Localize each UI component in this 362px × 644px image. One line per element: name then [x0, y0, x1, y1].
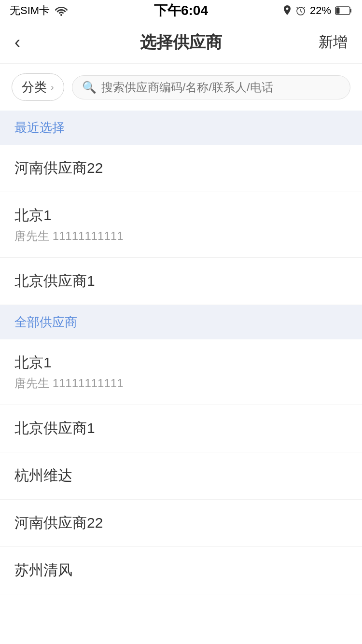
- recent-list: 河南供应商22北京1唐先生 11111111111北京供应商1: [0, 145, 362, 305]
- recent-section-header: 最近选择: [0, 111, 362, 145]
- item-sub: 唐先生 11111111111: [14, 228, 348, 244]
- list-item[interactable]: 河南供应商22: [0, 500, 362, 547]
- category-label: 分类: [22, 79, 47, 96]
- all-list: 北京1唐先生 11111111111北京供应商1杭州维达河南供应商22苏州清风: [0, 339, 362, 594]
- list-item[interactable]: 北京供应商1: [0, 405, 362, 452]
- item-name: 河南供应商22: [14, 513, 348, 533]
- svg-rect-2: [336, 8, 340, 14]
- item-name: 杭州维达: [14, 466, 348, 486]
- item-sub: 唐先生 11111111111: [14, 376, 348, 391]
- recent-section-title: 最近选择: [14, 120, 65, 135]
- item-name: 苏州清风: [14, 560, 348, 580]
- battery-icon: [335, 6, 352, 15]
- list-item[interactable]: 杭州维达: [0, 452, 362, 500]
- nav-bar: ‹ 选择供应商 新增: [0, 21, 362, 64]
- item-name: 北京供应商1: [14, 271, 348, 291]
- filter-bar: 分类 › 🔍: [0, 64, 362, 111]
- carrier-text: 无SIM卡: [10, 3, 50, 18]
- search-input[interactable]: [101, 81, 340, 94]
- search-box[interactable]: 🔍: [72, 75, 350, 99]
- category-button[interactable]: 分类 ›: [12, 73, 64, 101]
- all-section-title: 全部供应商: [14, 315, 77, 329]
- status-left: 无SIM卡: [10, 3, 68, 18]
- add-button[interactable]: 新增: [319, 32, 348, 52]
- back-button[interactable]: ‹: [14, 32, 43, 53]
- alarm-icon: [295, 5, 306, 16]
- list-item[interactable]: 河南供应商22: [0, 145, 362, 192]
- wifi-icon: [55, 5, 68, 16]
- item-name: 北京供应商1: [14, 419, 348, 438]
- status-bar: 无SIM卡 下午6:04 22%: [0, 0, 362, 21]
- chevron-right-icon: ›: [51, 82, 54, 93]
- item-name: 北京1: [14, 353, 348, 373]
- item-name: 河南供应商22: [14, 158, 348, 178]
- location-icon: [283, 5, 292, 16]
- search-icon: 🔍: [82, 81, 97, 94]
- list-item[interactable]: 苏州清风: [0, 547, 362, 594]
- all-section-header: 全部供应商: [0, 305, 362, 339]
- list-item[interactable]: 北京1唐先生 11111111111: [0, 192, 362, 258]
- battery-text: 22%: [310, 4, 331, 17]
- list-item[interactable]: 北京1唐先生 11111111111: [0, 339, 362, 405]
- list-item[interactable]: 北京供应商1: [0, 258, 362, 305]
- page-title: 选择供应商: [140, 31, 222, 54]
- status-time: 下午6:04: [154, 1, 208, 20]
- item-name: 北京1: [14, 206, 348, 225]
- status-right: 22%: [283, 4, 352, 17]
